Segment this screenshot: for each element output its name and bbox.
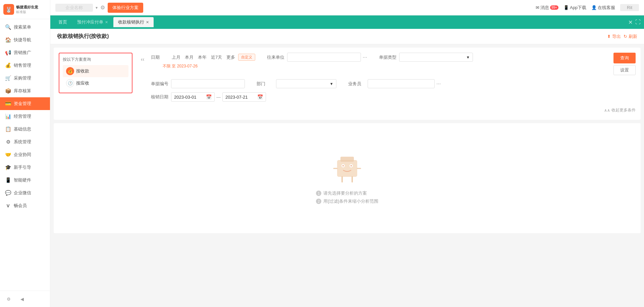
finance-icon: 💳 [5, 101, 11, 107]
svg-point-5 [351, 165, 352, 166]
collapse-more-label: 收起更多条件 [611, 107, 636, 113]
filter-counterparty-label: 往来单位 [267, 54, 284, 60]
topbar-online-service[interactable]: 👤 在线客服 [591, 5, 615, 11]
tab-fullscreen-icon[interactable]: ⛶ [635, 19, 641, 25]
topbar-app-download[interactable]: 📱 App下载 [564, 5, 586, 11]
tabbar-right: ✕ ⛶ [628, 19, 641, 25]
refresh-button[interactable]: ↻ 刷新 [624, 34, 637, 40]
svg-point-4 [342, 165, 344, 166]
sidebar-item-search[interactable]: 🔍 搜索菜单 [0, 21, 50, 34]
filter-date-label: 日期 [151, 54, 168, 60]
tab-receipt-offset-close-icon[interactable]: ✕ [146, 20, 149, 24]
sidebar-item-system[interactable]: ⚙ 系统管理 [0, 136, 50, 148]
topbar: 企业名称 ▾ ⚙ 体验行业方案 ✉ 消息 99+ 📱 App下载 👤 在线客服 … [50, 0, 644, 15]
filter-section: 按以下方案查询 💰 按收款 🕐 按应收 ‹‹ 日期 [54, 48, 641, 120]
dept-arrow-icon: ▾ [330, 81, 333, 86]
sidebar-item-finance[interactable]: 💳 资金管理 [0, 97, 50, 110]
date-btn-last-7-days[interactable]: 近7天 [210, 54, 223, 61]
sidebar-item-system-label: 系统管理 [14, 139, 31, 145]
date-btn-prev-month[interactable]: 上月 [170, 54, 182, 61]
filter-panel-collapse-button[interactable]: ‹‹ [139, 53, 146, 66]
tab-receipt-offset[interactable]: 收款核销执行 ✕ [113, 17, 154, 27]
date-btn-this-month[interactable]: 本月 [183, 54, 195, 61]
writeoff-date-to-calendar-icon[interactable]: 📅 [257, 94, 263, 100]
writeoff-date-to-input[interactable]: 2023-07-21 📅 [222, 92, 266, 102]
collapse-more-button[interactable]: ∧∧ 收起更多条件 [604, 107, 636, 113]
filter-date-item: 日期 上月 本月 本年 近7天 更多 自定义 [151, 54, 255, 61]
filter-bill-type-label: 单据类型 [379, 54, 396, 60]
settings-bottom-button[interactable]: ⚙ [3, 294, 14, 304]
sidebar-item-purchase-label: 采购管理 [14, 75, 31, 81]
sidebar-item-enterprise[interactable]: 🤝 企业协同 [0, 148, 50, 161]
salesperson-input[interactable] [368, 79, 435, 88]
writeoff-date-from-calendar-icon[interactable]: 📅 [206, 94, 212, 100]
sidebar-item-quick-nav[interactable]: 🏠 快捷导航 [0, 34, 50, 46]
tip-1-text: 请先选择要分析的方案 [323, 190, 367, 196]
collapse-more-icon: ∧∧ [604, 108, 610, 113]
topbar-message[interactable]: ✉ 消息 99+ [536, 5, 558, 11]
topbar-gear-icon[interactable]: ⚙ [100, 4, 105, 11]
filter-bill-no-item: 单据编号 [151, 79, 245, 88]
topbar-service-label: 在线客服 [598, 5, 615, 11]
operation-icon: 📊 [5, 113, 11, 119]
sidebar-item-marketing-label: 营销推广 [14, 50, 31, 56]
date-btn-custom[interactable]: 自定义 [238, 54, 255, 61]
sidebar-item-beginner[interactable]: 🎓 新手引导 [0, 161, 50, 174]
query-actions: 查询 设置 [613, 53, 636, 75]
sidebar-item-marketing[interactable]: 📢 营销推广 [0, 46, 50, 59]
filter-bill-no-label: 单据编号 [151, 81, 168, 87]
empty-svg [330, 150, 364, 184]
topbar-solution-button[interactable]: 体验行业方案 [108, 3, 143, 13]
tab-home[interactable]: 首页 [54, 17, 72, 27]
inventory-icon: 📦 [5, 88, 11, 94]
dept-select[interactable]: ▾ [276, 79, 336, 88]
message-icon: ✉ [536, 5, 539, 10]
sidebar-item-purchase[interactable]: 🛒 采购管理 [0, 72, 50, 85]
by-receipt-label: 按收款 [76, 68, 89, 74]
tab-prepay[interactable]: 预付冲应付单 ✕ [72, 17, 113, 27]
refresh-icon: ↻ [624, 34, 627, 39]
export-button[interactable]: ⬆ 导出 [607, 34, 621, 40]
sidebar: 🐰 畅捷通好生意 标准版 🔍 搜索菜单 🏠 快捷导航 📢 营销推广 💰 销售管理… [0, 0, 50, 307]
sidebar-item-basic-info[interactable]: 📋 基础信息 [0, 123, 50, 136]
query-button[interactable]: 查询 [613, 53, 636, 63]
home-icon: 🏠 [5, 37, 11, 43]
salesperson-more-icon[interactable]: ··· [436, 81, 441, 87]
by-receivable-icon: 🕐 [66, 79, 74, 87]
bill-no-input[interactable] [171, 79, 245, 88]
sidebar-item-member[interactable]: V 畅会员 [0, 199, 50, 212]
sidebar-item-hardware[interactable]: 📱 智能硬件 [0, 174, 50, 187]
filter-writeoff-date-item: 核销日期 2023-03-01 📅 — 2023-07-21 📅 [151, 92, 266, 102]
collapse-sidebar-button[interactable]: ◀ [17, 294, 28, 304]
filter-option-by-receivable[interactable]: 🕐 按应收 [63, 77, 128, 89]
topbar-chevron-icon[interactable]: ▾ [96, 5, 98, 10]
svg-rect-1 [340, 157, 354, 162]
collapse-sidebar-icon: ◀ [20, 297, 24, 302]
filter-row-3: 核销日期 2023-03-01 📅 — 2023-07-21 📅 [151, 92, 636, 102]
sidebar-item-sales[interactable]: 💰 销售管理 [0, 59, 50, 72]
sales-icon: 💰 [5, 62, 11, 68]
filter-left-panel: 按以下方案查询 💰 按收款 🕐 按应收 [59, 53, 132, 115]
filter-settings-button[interactable]: 设置 [613, 65, 636, 75]
topbar-right: ✉ 消息 99+ 📱 App下载 👤 在线客服 Rit [536, 4, 639, 11]
sidebar-item-operation[interactable]: 📊 经营管理 [0, 110, 50, 123]
counterparty-more-icon[interactable]: ··· [363, 54, 367, 60]
filter-writeoff-date-label: 核销日期 [151, 94, 168, 100]
sidebar-item-inventory[interactable]: 📦 库存核算 [0, 85, 50, 97]
member-icon: V [5, 203, 11, 208]
counterparty-input[interactable] [287, 53, 361, 62]
writeoff-date-from-input[interactable]: 2023-03-01 📅 [171, 92, 215, 102]
sidebar-item-search-label: 搜索菜单 [14, 24, 31, 30]
date-btn-this-year[interactable]: 本年 [197, 54, 208, 61]
sidebar-item-wechat[interactable]: 💬 企业微信 [0, 187, 50, 199]
filter-option-by-receipt[interactable]: 💰 按收款 [63, 65, 128, 77]
tab-close-all-icon[interactable]: ✕ [628, 19, 633, 25]
date-btn-more[interactable]: 更多 [225, 54, 236, 61]
writeoff-date-from-value: 2023-03-01 [174, 95, 197, 100]
page-title: 收款核销执行(按收款) [57, 33, 109, 40]
sidebar-item-basic-info-label: 基础信息 [14, 126, 31, 132]
empty-tip-2: 2 用[过滤]条件来缩小分析范围 [316, 198, 378, 204]
bill-type-select[interactable]: ▾ [399, 53, 473, 62]
tab-prepay-close-icon[interactable]: ✕ [105, 20, 108, 24]
empty-tips-list: 1 请先选择要分析的方案 2 用[过滤]条件来缩小分析范围 [316, 190, 378, 206]
